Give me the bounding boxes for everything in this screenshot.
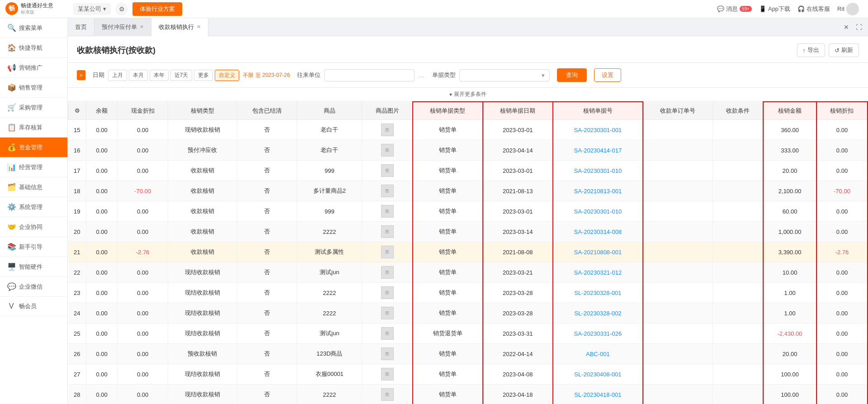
date-last-month[interactable]: 上月 <box>108 70 127 81</box>
table-cell-product: 999 <box>297 161 362 181</box>
sidebar-item-management[interactable]: 📊 经营管理 <box>0 157 67 177</box>
app-download-btn[interactable]: 📱 App下载 <box>759 5 790 13</box>
table-cell-bill_no[interactable]: SA-20230414-017 <box>553 140 643 161</box>
bill-no-link[interactable]: SL-20230328-001 <box>574 290 621 296</box>
expand-bar[interactable]: ▾ 展开更多条件 <box>68 88 868 101</box>
tab-home[interactable]: 首页 <box>68 18 94 36</box>
table-cell-receipt_order <box>643 303 712 323</box>
table-row: 220.000.00现结收款核销否测试jun图销货单2023-03-21SA-2… <box>68 262 868 283</box>
table-cell-bill_no[interactable]: SL-20230328-002 <box>553 303 643 323</box>
sidebar-item-quick[interactable]: 🏠 快捷导航 <box>0 38 67 58</box>
message-label: 消息 <box>726 5 738 13</box>
bill-no-link[interactable]: SA-20210813-001 <box>574 188 622 195</box>
sidebar-item-wechat[interactable]: 💬 企业微信 <box>0 277 67 297</box>
bill-no-link[interactable]: SA-20230301-001 <box>574 127 622 133</box>
sidebar-item-inventory[interactable]: 📋 库存核算 <box>0 118 67 138</box>
bill-no-link[interactable]: SL-20230418-001 <box>574 391 621 398</box>
company-selector[interactable]: 某某公司 ▾ <box>73 3 111 15</box>
bill-no-link[interactable]: SA-20230331-026 <box>574 330 622 337</box>
table-cell-bill_no[interactable]: SA-20230301-010 <box>553 201 643 222</box>
export-btn[interactable]: ↑ 导出 <box>797 43 826 57</box>
table-cell-seq: 20 <box>68 222 86 242</box>
table-cell-bill_date: 2023-03-01 <box>483 120 553 140</box>
sidebar-item-marketing[interactable]: 📢 营销推广 <box>0 58 67 78</box>
sidebar-item-cooperation[interactable]: 🤝 企业协同 <box>0 217 67 237</box>
date-custom[interactable]: 自定义 <box>215 70 239 81</box>
table-cell-discount: 0.00 <box>118 385 168 404</box>
sidebar-item-label: 智能硬件 <box>19 263 42 271</box>
bill-no-link[interactable]: SL-20230328-002 <box>574 310 621 317</box>
sidebar-item-search[interactable]: 🔍 搜索菜单 <box>0 18 67 38</box>
bill-no-link[interactable]: SA-20210808-001 <box>574 249 622 256</box>
bill-no-link[interactable]: ABC-001 <box>586 351 610 357</box>
product-image-placeholder: 图 <box>381 307 394 319</box>
table-cell-bill_no[interactable]: SA-20230301-001 <box>553 120 643 140</box>
industry-btn[interactable]: 体验行业方案 <box>132 2 182 16</box>
table-cell-verify_amount: 20.00 <box>763 344 816 364</box>
table-cell-bill_no[interactable]: SA-20230331-026 <box>553 323 643 344</box>
query-btn[interactable]: 查询 <box>557 68 587 82</box>
table-cell-bill_no[interactable]: SA-20230301-010 <box>553 161 643 181</box>
table-cell-bill_no[interactable]: SA-20210813-001 <box>553 181 643 201</box>
sidebar-item-label: 搜索菜单 <box>19 24 42 32</box>
tab-prepay[interactable]: 预付冲应付单 ✕ <box>94 18 151 36</box>
table-cell-balance: 0.00 <box>86 222 118 242</box>
bill-no-link[interactable]: SA-20230321-012 <box>574 269 622 276</box>
tab-close-btn[interactable]: ✕ <box>841 22 852 33</box>
table-cell-verify_type: 收款核销 <box>168 161 237 181</box>
table-cell-verify_discount: 0.00 <box>816 303 868 323</box>
system-icon: ⚙️ <box>7 203 15 211</box>
tab-receipt[interactable]: 收款核销执行 ✕ <box>151 18 208 36</box>
top-bar: 畅 畅捷通好生意 标准版 某某公司 ▾ ⚙ 体验行业方案 💬 消息 99+ 📱 … <box>0 0 868 18</box>
table-cell-bill_type: 销货单 <box>413 303 483 323</box>
bill-no-link[interactable]: SA-20230301-010 <box>574 208 622 215</box>
refresh-btn[interactable]: ↺ 刷新 <box>829 43 859 57</box>
tab-expand-btn[interactable]: ⛶ <box>854 22 864 33</box>
app-name: 畅捷通好生意 <box>21 2 53 9</box>
date-7days[interactable]: 近7天 <box>170 70 193 81</box>
partner-input[interactable] <box>324 69 415 81</box>
table-cell-verify_type: 现结收款核销 <box>168 364 237 385</box>
table-cell-seq: 24 <box>68 303 86 323</box>
sidebar-item-sales[interactable]: 📦 销售管理 <box>0 78 67 98</box>
bill-no-link[interactable]: SL-20230408-001 <box>574 371 621 378</box>
sidebar-item-hardware[interactable]: 🖥️ 智能硬件 <box>0 257 67 277</box>
settings-btn[interactable]: ⚙ <box>115 3 128 15</box>
table-cell-bill_no[interactable]: SL-20230328-001 <box>553 283 643 303</box>
bill-no-link[interactable]: SA-20230414-017 <box>574 147 622 154</box>
table-cell-bill_no[interactable]: ABC-001 <box>553 344 643 364</box>
date-this-year[interactable]: 本年 <box>150 70 169 81</box>
filter-toggle-btn[interactable]: » <box>77 70 85 80</box>
sidebar-item-guide[interactable]: 📚 新手引导 <box>0 237 67 257</box>
bill-no-link[interactable]: SA-20230301-010 <box>574 167 622 174</box>
setting-btn[interactable]: 设置 <box>594 68 621 82</box>
user-area[interactable]: Rit <box>837 3 859 15</box>
sidebar-item-purchase[interactable]: 🛒 采购管理 <box>0 98 67 118</box>
bill-type-select[interactable]: ▾ <box>459 69 550 81</box>
sidebar-item-member[interactable]: V 畅会员 <box>0 297 67 316</box>
message-btn[interactable]: 💬 消息 99+ <box>717 5 752 13</box>
tab-prepay-close[interactable]: ✕ <box>140 24 144 30</box>
table-cell-bill_no[interactable]: SA-20230314-008 <box>553 222 643 242</box>
partner-filter-section: 往来单位 … <box>297 69 425 81</box>
tab-receipt-close[interactable]: ✕ <box>197 24 201 30</box>
sidebar-item-basic[interactable]: 🗂️ 基础信息 <box>0 177 67 197</box>
date-more[interactable]: 更多 <box>194 70 213 81</box>
table-cell-bill_no[interactable]: SA-20230321-012 <box>553 262 643 283</box>
bill-no-link[interactable]: SA-20230314-008 <box>574 228 622 235</box>
table-cell-include_settled: 否 <box>237 140 297 161</box>
table-cell-receipt_order <box>643 140 712 161</box>
table-cell-balance: 0.00 <box>86 140 118 161</box>
table-cell-verify_type: 收款核销 <box>168 181 237 201</box>
date-this-month[interactable]: 本月 <box>129 70 148 81</box>
table-cell-bill_no[interactable]: SA-20210808-001 <box>553 242 643 262</box>
table-cell-bill_no[interactable]: SL-20230418-001 <box>553 385 643 404</box>
table-cell-verify_amount: 360.00 <box>763 120 816 140</box>
sidebar-item-finance[interactable]: 💰 资金管理 <box>0 138 67 157</box>
table-cell-discount: 0.00 <box>118 303 168 323</box>
table-cell-receipt_order <box>643 283 712 303</box>
table-cell-bill_no[interactable]: SL-20230408-001 <box>553 364 643 385</box>
online-service-btn[interactable]: 🎧 在线客服 <box>797 5 830 13</box>
th-gear[interactable]: ⚙ <box>68 102 86 120</box>
sidebar-item-system[interactable]: ⚙️ 系统管理 <box>0 197 67 217</box>
